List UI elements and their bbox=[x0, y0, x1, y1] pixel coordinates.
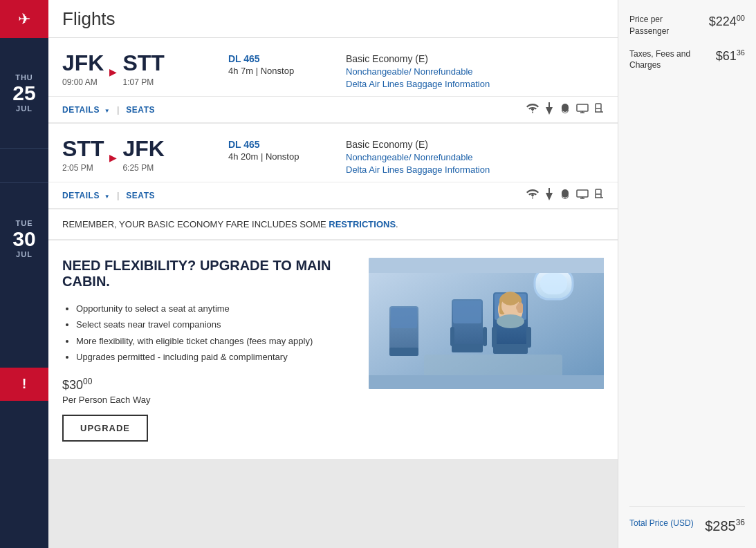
flight-number-outbound: DL 465 bbox=[228, 53, 325, 64]
svg-rect-3 bbox=[596, 189, 601, 194]
upgrade-button[interactable]: UPGRADE bbox=[62, 415, 148, 442]
details-btn-return[interactable]: DETAILS ▼ bbox=[62, 191, 110, 200]
outbound-day-num: 25 bbox=[12, 82, 35, 104]
wifi-icon-2 bbox=[526, 189, 539, 201]
upgrade-price: $3000 bbox=[62, 377, 355, 393]
origin-time: 09:00 AM bbox=[62, 77, 104, 87]
svg-rect-7 bbox=[369, 258, 604, 273]
svg-rect-14 bbox=[450, 327, 454, 346]
upgrade-bullets-list: Opportunity to select a seat at anytime … bbox=[62, 301, 355, 366]
upgrade-bullet-3: Upgrades permitted - including paid & co… bbox=[76, 349, 355, 365]
svg-rect-18 bbox=[493, 344, 528, 354]
svg-rect-19 bbox=[492, 327, 497, 348]
svg-rect-0 bbox=[577, 104, 588, 111]
return-destination-code: JFK bbox=[122, 136, 164, 162]
destination-time: 1:07 PM bbox=[122, 77, 164, 87]
svg-rect-31 bbox=[369, 375, 604, 389]
return-route-arrow-icon: ▶ bbox=[109, 147, 117, 163]
taxes-dollars: $61 bbox=[716, 49, 737, 63]
alert-row: REMEMBER, YOUR BASIC ECONOMY FARE INCLUD… bbox=[48, 209, 618, 239]
upgrade-bullet-1: Select seats near travel companions bbox=[76, 316, 355, 332]
svg-rect-13 bbox=[452, 344, 483, 352]
fare-note1-outbound[interactable]: Nonchangeable/ Nonrefundable bbox=[346, 66, 490, 77]
svg-rect-15 bbox=[483, 327, 487, 346]
flight-details-return: DL 465 4h 20m | Nonstop bbox=[214, 136, 325, 162]
fare-class-outbound: Basic Economy (E) bbox=[346, 53, 490, 64]
page-title: Flights bbox=[62, 8, 116, 30]
upgrade-bullet-2: More flexibility, with eligible ticket c… bbox=[76, 333, 355, 349]
return-month: JUL bbox=[16, 250, 33, 258]
svg-rect-10 bbox=[389, 348, 418, 356]
route-arrow-icon: ▶ bbox=[109, 61, 117, 77]
total-dollars: $285 bbox=[705, 518, 736, 533]
destination-code: STT bbox=[122, 50, 164, 76]
flight-duration-outbound: 4h 7m | Nonstop bbox=[228, 66, 325, 76]
details-triangle-icon-return: ▼ bbox=[104, 193, 110, 200]
restrictions-link[interactable]: RESTRICTIONS bbox=[329, 219, 396, 229]
alert-text-after: . bbox=[396, 219, 398, 229]
total-price-row: Total Price (USD) $28536 bbox=[629, 506, 745, 534]
flight-actions-return: DETAILS ▼ | SEATS bbox=[48, 182, 618, 208]
plane-icon: ✈ bbox=[18, 10, 30, 28]
svg-rect-2 bbox=[577, 190, 588, 197]
flight-row-return: STT 2:05 PM ▶ JFK 6:25 PM DL 465 4h 20m … bbox=[48, 124, 618, 208]
seat-icon-2 bbox=[594, 189, 604, 202]
return-origin-time: 2:05 PM bbox=[62, 163, 104, 173]
price-panel: Price per Passenger $22400 Taxes, Fees a… bbox=[618, 0, 756, 548]
fare-class-return: Basic Economy (E) bbox=[346, 139, 490, 150]
svg-rect-20 bbox=[526, 327, 531, 348]
taxes-row: Taxes, Fees and Charges $6136 bbox=[629, 48, 745, 72]
route-outbound: JFK 09:00 AM ▶ STT 1:07 PM bbox=[62, 50, 214, 87]
amenity-icons-return bbox=[526, 188, 604, 202]
page-title-bar: Flights bbox=[48, 0, 618, 38]
alert-text-before: REMEMBER, YOUR BASIC ECONOMY FARE INCLUD… bbox=[62, 219, 329, 229]
power-icon-2 bbox=[544, 188, 554, 202]
flight-actions-outbound: DETAILS ▼ | SEATS bbox=[48, 96, 618, 122]
outbound-month: JUL bbox=[16, 104, 33, 113]
svg-point-26 bbox=[501, 292, 519, 305]
seat-icon bbox=[594, 103, 604, 116]
total-cents: 36 bbox=[736, 518, 745, 527]
fare-note2-return[interactable]: Delta Air Lines Baggage Information bbox=[346, 164, 490, 175]
seats-btn-outbound[interactable]: SEATS bbox=[126, 105, 155, 115]
svg-point-29 bbox=[497, 314, 524, 328]
seats-btn-return[interactable]: SEATS bbox=[126, 191, 155, 200]
screen-icon bbox=[576, 104, 589, 115]
route-return: STT 2:05 PM ▶ JFK 6:25 PM bbox=[62, 136, 214, 173]
upgrade-bullet-0: Opportunity to select a seat at anytime bbox=[76, 301, 355, 316]
details-btn-outbound[interactable]: DETAILS ▼ bbox=[62, 105, 110, 115]
fare-note1-return[interactable]: Nonchangeable/ Nonrefundable bbox=[346, 152, 490, 162]
origin-code: JFK bbox=[62, 50, 104, 76]
svg-rect-12 bbox=[453, 301, 481, 323]
return-day-num: 30 bbox=[12, 227, 35, 250]
upgrade-section: NEED FLEXIBILITY? UPGRADE TO MAIN CABIN.… bbox=[48, 240, 618, 459]
fare-note2-outbound[interactable]: Delta Air Lines Baggage Information bbox=[346, 79, 490, 89]
power-icon bbox=[544, 102, 554, 117]
flight-duration-return: 4h 20m | Nonstop bbox=[228, 151, 325, 162]
fare-info-return: Basic Economy (E) Nonchangeable/ Nonrefu… bbox=[325, 136, 490, 175]
upgrade-title: NEED FLEXIBILITY? UPGRADE TO MAIN CABIN. bbox=[62, 258, 355, 290]
header-icon-area: ✈ bbox=[0, 0, 48, 38]
svg-rect-9 bbox=[391, 308, 417, 328]
per-passenger-label: Price per Passenger bbox=[629, 14, 692, 37]
date-badge-return: TUE 30 JUL bbox=[0, 183, 48, 294]
alert-icon: ! bbox=[22, 376, 27, 392]
audio-icon-2 bbox=[560, 189, 571, 202]
taxes-value: $6136 bbox=[716, 48, 745, 72]
alert-badge: ! bbox=[0, 368, 48, 401]
per-person-label: Per Person Each Way bbox=[62, 395, 355, 405]
audio-icon bbox=[560, 103, 571, 116]
per-passenger-cents: 00 bbox=[737, 14, 745, 22]
amenity-icons-outbound bbox=[526, 102, 604, 117]
date-badge-outbound: THU 25 JUL bbox=[0, 38, 48, 149]
screen-icon-2 bbox=[576, 189, 589, 201]
per-passenger-dollars: $224 bbox=[709, 15, 737, 28]
return-day-name: TUE bbox=[16, 219, 33, 227]
svg-rect-28 bbox=[517, 303, 523, 313]
action-sep-outbound: | bbox=[117, 105, 119, 115]
taxes-label: Taxes, Fees and Charges bbox=[629, 48, 692, 72]
upgrade-content: NEED FLEXIBILITY? UPGRADE TO MAIN CABIN.… bbox=[62, 258, 355, 442]
wifi-icon bbox=[526, 104, 539, 115]
return-destination-time: 6:25 PM bbox=[122, 163, 164, 173]
details-triangle-icon: ▼ bbox=[104, 108, 110, 114]
